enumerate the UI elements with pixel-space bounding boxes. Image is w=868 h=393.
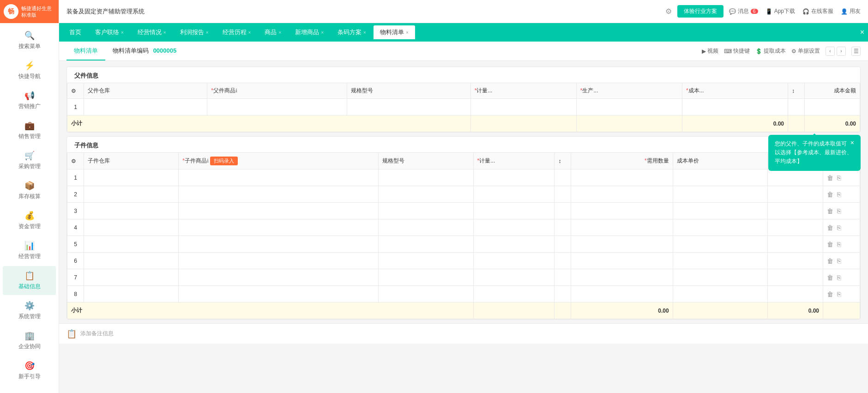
sidebar-item-operations[interactable]: 📊 经营管理 <box>3 236 56 265</box>
child-cell-price-6[interactable] <box>673 253 767 269</box>
delete-icon-8[interactable]: 🗑 <box>827 290 833 298</box>
child-cell-spec-7[interactable] <box>379 269 473 286</box>
parent-cell-spec-1[interactable] <box>347 99 470 115</box>
sidebar-item-system[interactable]: ⚙️ 系统管理 <box>3 296 56 325</box>
tab-goods-close[interactable]: × <box>278 30 281 35</box>
child-cell-warehouse-5[interactable] <box>84 236 179 253</box>
copy-icon-1[interactable]: ⎘ <box>837 174 841 181</box>
sidebar-item-purchase[interactable]: 🛒 采购管理 <box>3 146 56 175</box>
parent-cell-warehouse-1[interactable] <box>84 99 207 115</box>
child-cell-goods-3[interactable] <box>179 203 379 219</box>
sidebar-item-basic[interactable]: 📋 基础信息 <box>3 266 56 295</box>
tab-history[interactable]: 经营历程 × <box>216 25 258 39</box>
settings-action[interactable]: ⚙ 单据设置 <box>791 47 820 55</box>
child-cell-goods-6[interactable] <box>179 253 379 269</box>
tab-new-goods[interactable]: 新增商品 × <box>289 25 330 39</box>
sidebar-item-enterprise[interactable]: 🏢 企业协同 <box>3 326 56 355</box>
child-cell-warehouse-1[interactable] <box>84 169 179 186</box>
sub-tab-bom-list[interactable]: 物料清单 <box>66 42 105 60</box>
child-cell-warehouse-3[interactable] <box>84 203 179 219</box>
prev-arrow[interactable]: ‹ <box>826 47 835 56</box>
parent-cell-unit-1[interactable] <box>470 99 576 115</box>
child-cell-unit-2[interactable] <box>473 186 555 203</box>
sub-tab-bom-detail[interactable]: 物料清单编码 0000005 <box>105 42 184 60</box>
child-cell-unit-4[interactable] <box>473 219 555 236</box>
child-th-settings[interactable]: ⚙ <box>67 153 84 169</box>
delete-icon-6[interactable]: 🗑 <box>827 257 833 265</box>
tab-home[interactable]: 首页 <box>63 25 88 39</box>
copy-icon-3[interactable]: ⎘ <box>837 207 841 215</box>
delete-icon-3[interactable]: 🗑 <box>827 207 833 215</box>
child-cell-spec-5[interactable] <box>379 236 473 253</box>
child-cell-goods-4[interactable] <box>179 219 379 236</box>
sidebar-item-sales[interactable]: 💼 销售管理 <box>3 116 56 145</box>
copy-icon-7[interactable]: ⎘ <box>837 274 841 281</box>
cost-action[interactable]: 💲 提取成本 <box>755 47 786 55</box>
tab-new-goods-close[interactable]: × <box>321 30 324 35</box>
app-download-button[interactable]: 📱 App下载 <box>766 7 795 15</box>
parent-cell-production-1[interactable] <box>576 99 682 115</box>
child-cell-qty-6[interactable] <box>571 253 673 269</box>
child-cell-unit-8[interactable] <box>473 286 555 302</box>
tab-profit[interactable]: 利润报告 × <box>174 25 215 39</box>
copy-icon-8[interactable]: ⎘ <box>837 290 841 298</box>
child-cell-price-2[interactable] <box>673 186 767 203</box>
user-menu[interactable]: 👤 用友 <box>841 7 861 15</box>
sidebar-item-search[interactable]: 🔍 搜索菜单 <box>3 26 56 55</box>
child-cell-spec-1[interactable] <box>379 169 473 186</box>
delete-icon-7[interactable]: 🗑 <box>827 274 833 281</box>
message-button[interactable]: 💬 消息 6 <box>729 7 758 15</box>
child-cell-spec-2[interactable] <box>379 186 473 203</box>
child-cell-warehouse-2[interactable] <box>84 186 179 203</box>
child-cell-goods-1[interactable] <box>179 169 379 186</box>
child-cell-qty-5[interactable] <box>571 236 673 253</box>
child-cell-unit-6[interactable] <box>473 253 555 269</box>
nav-close-all[interactable]: × <box>860 28 864 36</box>
child-cell-spec-8[interactable] <box>379 286 473 302</box>
child-cell-unit-3[interactable] <box>473 203 555 219</box>
child-cell-unit-1[interactable] <box>473 169 555 186</box>
sidebar-item-quicknav[interactable]: ⚡ 快捷导航 <box>3 56 56 85</box>
child-cell-goods-7[interactable] <box>179 269 379 286</box>
delete-icon-5[interactable]: 🗑 <box>827 241 833 248</box>
settings-gear-icon[interactable]: ⚙ <box>665 7 672 16</box>
child-cell-qty-8[interactable] <box>571 286 673 302</box>
parent-cell-cost-1[interactable] <box>682 99 788 115</box>
delete-icon-2[interactable]: 🗑 <box>827 191 833 198</box>
child-cell-goods-5[interactable] <box>179 236 379 253</box>
tooltip-close-button[interactable]: × <box>850 139 854 146</box>
tab-bom-close[interactable]: × <box>406 30 409 35</box>
child-cell-goods-8[interactable] <box>179 286 379 302</box>
tab-operations[interactable]: 经营情况 × <box>131 25 173 39</box>
child-cell-spec-4[interactable] <box>379 219 473 236</box>
copy-icon-4[interactable]: ⎘ <box>837 224 841 231</box>
sidebar-item-guide[interactable]: 🎯 新手引导 <box>3 356 56 385</box>
copy-icon-2[interactable]: ⎘ <box>837 191 841 198</box>
child-cell-qty-3[interactable] <box>571 203 673 219</box>
shortcut-action[interactable]: ⌨ 快捷键 <box>724 47 750 55</box>
child-cell-unit-5[interactable] <box>473 236 555 253</box>
tab-barcode-close[interactable]: × <box>363 30 366 35</box>
child-cell-price-1[interactable] <box>673 169 767 186</box>
delete-icon-4[interactable]: 🗑 <box>827 224 833 231</box>
child-cell-qty-1[interactable] <box>571 169 673 186</box>
tab-bom[interactable]: 物料清单 × <box>374 25 415 39</box>
video-action[interactable]: ▶ 视频 <box>702 47 718 55</box>
child-cell-price-5[interactable] <box>673 236 767 253</box>
child-cell-warehouse-6[interactable] <box>84 253 179 269</box>
sidebar-item-marketing[interactable]: 📢 营销推广 <box>3 86 56 115</box>
tab-operations-close[interactable]: × <box>163 30 166 35</box>
sidebar-item-finance[interactable]: 💰 资金管理 <box>3 206 56 235</box>
sidebar-item-inventory[interactable]: 📦 库存核算 <box>3 176 56 205</box>
tab-customer[interactable]: 客户联络 × <box>89 25 130 39</box>
tab-profit-close[interactable]: × <box>206 30 209 35</box>
tab-customer-close[interactable]: × <box>121 30 124 35</box>
menu-icon[interactable]: ☰ <box>851 47 861 56</box>
child-cell-price-7[interactable] <box>673 269 767 286</box>
delete-icon-1[interactable]: 🗑 <box>827 174 833 181</box>
child-cell-price-3[interactable] <box>673 203 767 219</box>
child-cell-warehouse-4[interactable] <box>84 219 179 236</box>
tab-history-close[interactable]: × <box>248 30 251 35</box>
customer-service-button[interactable]: 🎧 在线客服 <box>802 7 833 15</box>
child-cell-qty-4[interactable] <box>571 219 673 236</box>
